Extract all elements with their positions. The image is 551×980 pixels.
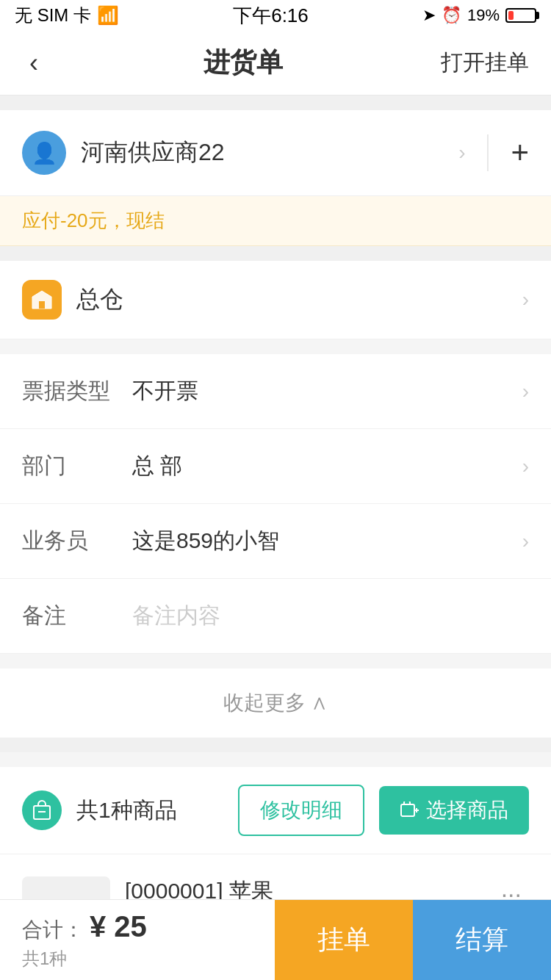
ticket-label: 票据类型 bbox=[22, 376, 125, 406]
status-bar: 无 SIM 卡 📶 下午6:16 ➤ ⏰ 19% bbox=[0, 0, 551, 31]
alarm-icon: ⏰ bbox=[442, 6, 461, 25]
products-header: 共1种商品 修改明细 选择商品 bbox=[0, 767, 551, 854]
warehouse-name: 总仓 bbox=[76, 284, 522, 316]
status-right: ➤ ⏰ 19% bbox=[422, 6, 536, 25]
total-count: 共1种 bbox=[22, 947, 253, 970]
section-gap-2 bbox=[0, 246, 551, 261]
avatar-icon: 👤 bbox=[32, 141, 57, 165]
form-row-department[interactable]: 部门 总 部 › bbox=[0, 429, 551, 504]
svg-rect-0 bbox=[39, 301, 45, 309]
department-label: 部门 bbox=[22, 451, 125, 481]
collapse-label: 收起更多 ∧ bbox=[223, 691, 328, 714]
ticket-value: 不开票 bbox=[132, 376, 522, 406]
carrier-text: 无 SIM 卡 bbox=[15, 4, 91, 27]
products-count: 共1种商品 bbox=[76, 796, 223, 826]
nav-bar: ‹ 进货单 打开挂单 bbox=[0, 31, 551, 96]
notice-text: 应付-20元，现结 bbox=[22, 209, 165, 231]
supplier-arrow-icon: › bbox=[458, 141, 465, 165]
add-supplier-button[interactable]: + bbox=[511, 135, 529, 170]
battery-icon bbox=[505, 8, 536, 23]
edit-detail-button[interactable]: 修改明细 bbox=[238, 785, 364, 836]
checkout-button[interactable]: 结算 bbox=[413, 900, 551, 981]
department-arrow-icon: › bbox=[522, 455, 529, 478]
products-icon bbox=[22, 790, 62, 830]
back-button[interactable]: ‹ bbox=[22, 40, 46, 86]
remark-label: 备注 bbox=[22, 601, 125, 631]
total-label: 合计： bbox=[22, 916, 84, 944]
select-product-button[interactable]: 选择商品 bbox=[379, 786, 529, 835]
battery-fill bbox=[508, 11, 514, 20]
form-row-ticket[interactable]: 票据类型 不开票 › bbox=[0, 354, 551, 429]
remark-placeholder[interactable]: 备注内容 bbox=[132, 601, 529, 631]
supplier-avatar: 👤 bbox=[22, 131, 66, 175]
form-row-salesperson[interactable]: 业务员 这是859的小智 › bbox=[0, 504, 551, 579]
total-amount: ¥ 25 bbox=[90, 910, 147, 943]
salesperson-value: 这是859的小智 bbox=[132, 526, 522, 556]
status-time: 下午6:16 bbox=[233, 3, 309, 29]
supplier-divider bbox=[487, 134, 489, 171]
battery-text: 19% bbox=[467, 6, 500, 25]
total-section: 合计： ¥ 25 共1种 bbox=[0, 910, 275, 970]
select-product-label: 选择商品 bbox=[426, 796, 508, 824]
warehouse-row[interactable]: 总仓 › bbox=[0, 261, 551, 339]
warehouse-section: 总仓 › bbox=[0, 261, 551, 339]
bottom-bar: 合计： ¥ 25 共1种 挂单 结算 bbox=[0, 899, 551, 980]
supplier-row[interactable]: 👤 河南供应商22 › + bbox=[0, 110, 551, 196]
section-gap-3 bbox=[0, 738, 551, 752]
warehouse-arrow-icon: › bbox=[522, 288, 529, 311]
supplier-name: 河南供应商22 bbox=[81, 137, 458, 169]
page-title: 进货单 bbox=[204, 45, 283, 81]
form-section: 票据类型 不开票 › 部门 总 部 › 业务员 这是859的小智 › 备注 备注… bbox=[0, 354, 551, 654]
salesperson-arrow-icon: › bbox=[522, 530, 529, 553]
ticket-arrow-icon: › bbox=[522, 380, 529, 403]
department-value: 总 部 bbox=[132, 451, 522, 481]
section-gap-1 bbox=[0, 96, 551, 110]
wifi-icon: 📶 bbox=[97, 5, 119, 26]
supplier-section: 👤 河南供应商22 › + 应付-20元，现结 bbox=[0, 110, 551, 246]
svg-rect-3 bbox=[401, 804, 414, 816]
hang-button[interactable]: 挂单 bbox=[275, 900, 413, 981]
open-hang-button[interactable]: 打开挂单 bbox=[441, 48, 529, 78]
salesperson-label: 业务员 bbox=[22, 526, 125, 556]
warehouse-icon bbox=[22, 280, 62, 320]
collapse-bar[interactable]: 收起更多 ∧ bbox=[0, 669, 551, 738]
notice-bar: 应付-20元，现结 bbox=[0, 196, 551, 246]
form-row-remark[interactable]: 备注 备注内容 bbox=[0, 579, 551, 654]
location-icon: ➤ bbox=[422, 6, 436, 25]
status-left: 无 SIM 卡 📶 bbox=[15, 4, 119, 27]
